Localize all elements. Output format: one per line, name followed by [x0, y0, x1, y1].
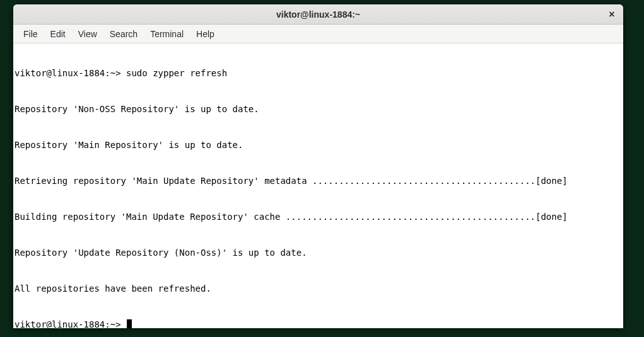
- menubar: File Edit View Search Terminal Help: [13, 25, 623, 43]
- terminal-prompt: viktor@linux-1884:~>: [15, 319, 126, 328]
- menu-terminal[interactable]: Terminal: [144, 26, 190, 42]
- terminal-line: Retrieving repository 'Main Update Repos…: [15, 175, 622, 187]
- menu-view[interactable]: View: [72, 26, 103, 42]
- close-button[interactable]: ×: [606, 8, 618, 21]
- cursor: [127, 319, 132, 328]
- menu-file[interactable]: File: [17, 26, 44, 42]
- menu-edit[interactable]: Edit: [44, 26, 72, 42]
- terminal-area[interactable]: viktor@linux-1884:~> sudo zypper refresh…: [13, 43, 623, 328]
- menu-help[interactable]: Help: [190, 26, 221, 42]
- close-icon: ×: [609, 9, 614, 20]
- menu-search[interactable]: Search: [103, 26, 144, 42]
- terminal-window: viktor@linux-1884:~ × File Edit View Sea…: [13, 4, 623, 328]
- titlebar[interactable]: viktor@linux-1884:~ ×: [13, 4, 623, 25]
- terminal-line: Repository 'Non-OSS Repository' is up to…: [15, 103, 622, 115]
- terminal-line: Repository 'Main Repository' is up to da…: [15, 139, 622, 151]
- terminal-line: All repositories have been refreshed.: [15, 283, 622, 295]
- terminal-line: Building repository 'Main Update Reposit…: [15, 211, 622, 223]
- window-title: viktor@linux-1884:~: [13, 9, 623, 20]
- terminal-prompt-line: viktor@linux-1884:~>: [15, 319, 622, 328]
- terminal-line: Repository 'Update Repository (Non-Oss)'…: [15, 247, 622, 259]
- terminal-line: viktor@linux-1884:~> sudo zypper refresh: [15, 67, 622, 79]
